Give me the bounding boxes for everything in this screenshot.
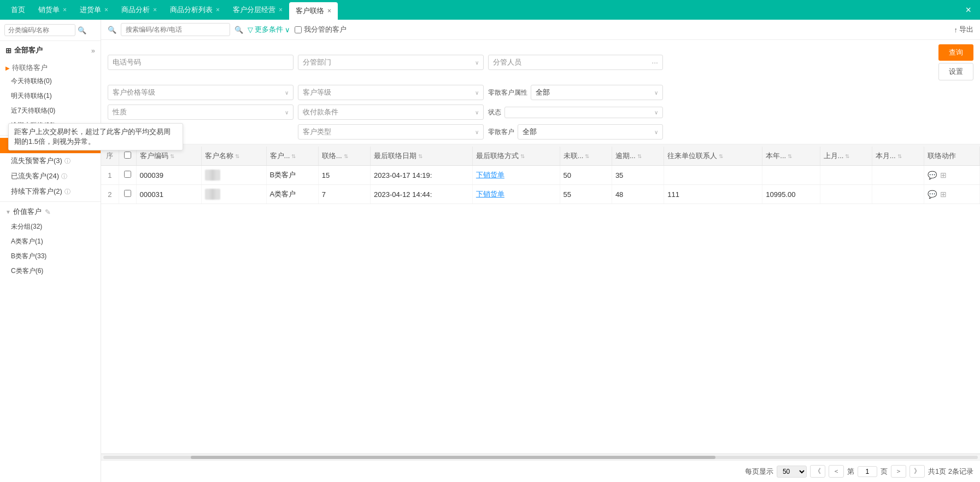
close-sales-icon[interactable]: × (63, 6, 67, 14)
cell-name-1 (201, 166, 266, 185)
retail-attr-field[interactable]: 全部 ∨ (531, 85, 663, 100)
cell-contact-count-2: 7 (318, 185, 370, 204)
cell-checkbox-1[interactable] (119, 166, 136, 185)
cell-this-year-2: 10995.00 (762, 185, 820, 204)
sidebar-item-today[interactable]: 今天待联络(0) (0, 74, 101, 89)
my-customers-checkbox-label[interactable]: 我分管的客户 (295, 25, 347, 34)
phone-number-field[interactable]: 电话号码 (108, 55, 294, 70)
export-button[interactable]: ↑ 导出 (954, 25, 974, 34)
sidebar-item-a-class[interactable]: A类客户(1) (0, 234, 101, 249)
query-button[interactable]: 查询 (938, 44, 973, 61)
sidebar-search-input[interactable] (4, 24, 75, 36)
filter-row-2: 客户价格等级 ∨ 客户等级 ∨ 零散客户属性 全部 ∨ (108, 85, 973, 100)
row-checkbox-2[interactable] (124, 190, 131, 197)
price-customer-header[interactable]: ▼ 价值客户 ✎ (0, 204, 101, 219)
nav-sales[interactable]: 销货单 × (32, 0, 73, 20)
th-last-month[interactable]: 上月... ⇅ (820, 147, 872, 166)
th-this-month[interactable]: 本月... ⇅ (872, 147, 924, 166)
close-customer-contact-icon[interactable]: × (327, 7, 331, 15)
close-all-tabs-button[interactable]: × (961, 4, 976, 16)
sidebar-item-tomorrow[interactable]: 明天待联络(1) (0, 89, 101, 103)
cell-action-2: 💬 ⊞ (924, 185, 980, 204)
close-purchase-icon[interactable]: × (104, 6, 108, 14)
scrollbar-thumb[interactable] (191, 456, 715, 459)
chat-icon-2[interactable]: 💬 (928, 190, 937, 199)
manager-dots-icon[interactable]: ··· (652, 58, 658, 67)
sidebar-item-ungroup[interactable]: 未分组(32) (0, 219, 101, 234)
manager-field[interactable]: 分管人员 ··· (488, 55, 663, 70)
nav-product-analysis[interactable]: 商品分析 × (115, 0, 163, 20)
sidebar-item-b-class[interactable]: B类客户(33) (0, 249, 101, 264)
sidebar-item-churned[interactable]: 已流失客户(24) ⓘ (0, 169, 101, 184)
nav-product-list[interactable]: 商品分析列表 × (163, 0, 226, 20)
status-container: 状态 ∨ (488, 107, 663, 118)
retail-customer-field[interactable]: 全部 ∨ (518, 124, 663, 140)
price-level-field[interactable]: 客户价格等级 ∨ (108, 85, 294, 100)
sidebar-item-declining[interactable]: 持续下滑客户(2) ⓘ (0, 184, 101, 199)
sidebar-item-7days[interactable]: 近7天待联络(0) (0, 103, 101, 118)
th-level[interactable]: 客户... ⇅ (266, 147, 318, 166)
page-size-select[interactable]: 50 100 200 (777, 466, 807, 478)
scrollbar-track[interactable] (103, 456, 978, 459)
filter-search-input[interactable] (121, 23, 230, 36)
th-last-contact-date[interactable]: 最后联络日期 ⇅ (371, 147, 473, 166)
cell-last-contact-method-2[interactable]: 下销货单 (472, 185, 560, 204)
edit-price-customer-icon[interactable]: ✎ (45, 208, 51, 216)
select-all-checkbox[interactable] (124, 152, 131, 159)
close-customer-tier-icon[interactable]: × (279, 6, 283, 14)
sidebar-item-churn-warning[interactable]: 流失预警客户(3) ⓘ (0, 153, 101, 169)
cell-name-2 (201, 185, 266, 204)
next-page-button[interactable]: ＞ (891, 465, 906, 478)
th-uncontact[interactable]: 未联... ⇅ (560, 147, 612, 166)
nav-customer-contact[interactable]: 客户联络 × (289, 2, 338, 20)
nav-home[interactable]: 首页 (4, 0, 32, 20)
sort-uncontact-icon: ⇅ (585, 153, 589, 159)
nav-customer-tier[interactable]: 客户分层经营 × (226, 0, 289, 20)
th-action: 联络动作 (924, 147, 980, 166)
chevron-customer-level-icon: ∨ (475, 90, 479, 96)
sidebar-item-c-class[interactable]: C类客户(6) (0, 264, 101, 278)
grid-action-icon-1[interactable]: ⊞ (940, 171, 947, 179)
first-page-button[interactable]: 《 (810, 465, 825, 478)
cell-contact-person-1 (664, 166, 762, 185)
settings-button[interactable]: 设置 (938, 63, 973, 80)
department-field[interactable]: 分管部门 ∨ (298, 55, 484, 70)
info-icon-churned: ⓘ (61, 172, 67, 181)
nature-field[interactable]: 性质 ∨ (108, 104, 294, 120)
sidebar-search-icon[interactable]: 🔍 (78, 26, 86, 34)
customer-name-blur-2 (205, 189, 220, 200)
cell-checkbox-2[interactable] (119, 185, 136, 204)
nav-purchase[interactable]: 进货单 × (73, 0, 115, 20)
th-name[interactable]: 客户名称 ⇅ (201, 147, 266, 166)
th-contact-count[interactable]: 联络... ⇅ (318, 147, 370, 166)
payment-terms-field[interactable]: 收付款条件 ∨ (298, 104, 484, 120)
th-contact-person[interactable]: 往来单位联系人 ⇅ (664, 147, 762, 166)
close-product-list-icon[interactable]: × (216, 6, 220, 14)
th-this-year[interactable]: 本年... ⇅ (762, 147, 820, 166)
customer-type-field[interactable]: 客户类型 ∨ (298, 124, 484, 140)
customers-table: 序 客户编码 ⇅ 客户名称 (101, 147, 980, 204)
customer-level-field[interactable]: 客户等级 ∨ (298, 85, 484, 100)
chat-icon-1[interactable]: 💬 (928, 171, 937, 179)
grid-action-icon-2[interactable]: ⊞ (940, 190, 947, 199)
status-field[interactable]: ∨ (504, 107, 663, 118)
more-conditions-button[interactable]: ▽ 更多条件 ∨ (248, 25, 290, 34)
last-page-button[interactable]: 》 (909, 465, 925, 478)
horizontal-scrollbar[interactable] (101, 454, 980, 460)
cell-last-contact-method-1[interactable]: 下销货单 (472, 166, 560, 185)
collapse-sidebar-icon[interactable]: » (91, 47, 95, 55)
page-number-input[interactable] (858, 466, 877, 477)
my-customers-checkbox[interactable] (295, 26, 302, 33)
cell-index-1: 1 (101, 166, 119, 185)
filter-bar: 🔍 🔍 ▽ 更多条件 ∨ 我分管的客户 ↑ 导出 (101, 20, 980, 40)
cell-this-year-1 (762, 166, 820, 185)
table-container[interactable]: 序 客户编码 ⇅ 客户名称 (101, 147, 980, 454)
filter-search-button[interactable]: 🔍 (234, 26, 243, 34)
all-customers-header[interactable]: ⊞ 全部客户 » (0, 41, 101, 60)
close-product-analysis-icon[interactable]: × (153, 6, 157, 14)
prev-page-button[interactable]: ＜ (829, 465, 844, 478)
filter-row-3: 性质 ∨ 收付款条件 ∨ 状态 ∨ (108, 104, 973, 120)
row-checkbox-1[interactable] (124, 171, 131, 178)
th-overdue[interactable]: 逾期... ⇅ (612, 147, 664, 166)
th-last-contact-method[interactable]: 最后联络方式 ⇅ (472, 147, 560, 166)
